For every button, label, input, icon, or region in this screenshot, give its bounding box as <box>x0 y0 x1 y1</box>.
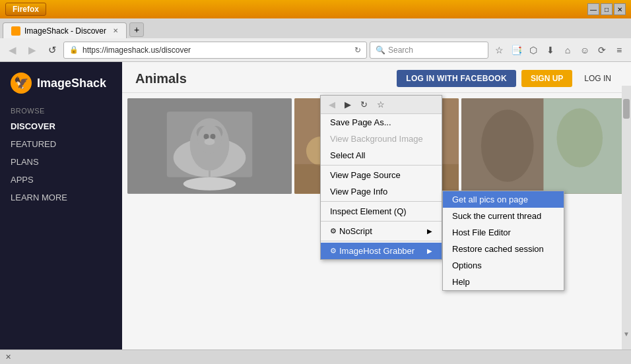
star-icon[interactable]: ☆ <box>491 42 507 58</box>
url-reload-icon[interactable]: ↻ <box>354 46 361 55</box>
submenu-options[interactable]: Options <box>443 257 564 274</box>
maximize-button[interactable]: □ <box>601 3 613 15</box>
ctx-save-page[interactable]: Save Page As... <box>321 114 442 131</box>
tab-favicon <box>11 26 20 36</box>
close-window-button[interactable]: ✕ <box>614 3 626 15</box>
scroll-down-arrow[interactable]: ▼ <box>623 330 630 338</box>
download-icon[interactable]: ⬇ <box>543 42 558 58</box>
noscript-icon: ⚙ <box>330 227 337 235</box>
sidebar-item-discover[interactable]: DISCOVER <box>0 117 122 135</box>
ctx-select-all[interactable]: Select All <box>321 147 442 164</box>
tab-title: ImageShack - Discover <box>24 26 106 36</box>
ctx-noscript[interactable]: ⚙ NoScript ▶ <box>321 223 442 239</box>
separator-3 <box>321 221 442 222</box>
submenu-host-file-editor[interactable]: Host File Editor <box>443 224 564 241</box>
separator-2 <box>321 201 442 202</box>
context-menu-nav: ◀ ▶ ↻ ☆ <box>321 96 442 114</box>
scroll-thumb[interactable] <box>623 99 630 119</box>
nav-icons-right: ☆ 📑 ⬡ ⬇ ⌂ ☺ ⟳ ≡ <box>491 42 627 58</box>
security-lock-icon: 🔒 <box>69 46 79 54</box>
ctx-imagehost-grabber[interactable]: ⚙ ImageHost Grabber ▶ <box>321 243 442 259</box>
submenu-get-pics[interactable]: Get all pics on page <box>443 191 564 208</box>
sidebar-item-plans[interactable]: PLANS <box>0 153 122 171</box>
main-layout: 🦅 ImageShack Browse DISCOVER FEATURED PL… <box>0 62 631 349</box>
ctx-view-source[interactable]: View Page Source <box>321 167 442 183</box>
scrollbar[interactable]: ▼ <box>622 86 631 349</box>
ctx-inspect-element[interactable]: Inspect Element (Q) <box>321 203 442 220</box>
submenu-help[interactable]: Help <box>443 274 564 290</box>
url-text: https://imageshack.us/discover <box>83 46 350 55</box>
search-icon: 🔍 <box>376 46 385 55</box>
imagehost-submenu: Get all pics on page Suck the current th… <box>442 191 564 291</box>
submenu-restore-session[interactable]: Restore cached session <box>443 241 564 257</box>
back-button[interactable]: ◀ <box>4 42 21 59</box>
search-bar[interactable]: 🔍 Search <box>370 42 488 59</box>
separator-1 <box>321 165 442 166</box>
context-menu: ◀ ▶ ↻ ☆ Save Page As... View Background … <box>320 95 442 260</box>
submenu-suck-thread[interactable]: Suck the current thread <box>443 208 564 224</box>
window-controls: — □ ✕ <box>587 3 626 15</box>
ctx-view-bg: View Background Image <box>321 131 442 147</box>
noscript-submenu-arrow: ▶ <box>427 228 432 235</box>
ctx-forward-button[interactable]: ▶ <box>342 98 354 111</box>
sidebar-item-learn-more[interactable]: LEARN MORE <box>0 189 122 206</box>
home-icon[interactable]: ⌂ <box>560 42 576 58</box>
pocket-icon[interactable]: ⬡ <box>525 42 541 58</box>
sidebar-item-apps[interactable]: APPS <box>0 171 122 189</box>
nav-bar: ◀ ▶ ↺ 🔒 https://imageshack.us/discover ↻… <box>0 38 631 62</box>
ctx-back-button[interactable]: ◀ <box>326 98 338 111</box>
ctx-view-info[interactable]: View Page Info <box>321 183 442 200</box>
logo-area: 🦅 ImageShack <box>0 73 122 104</box>
content-area: Animals LOG IN WITH FACEBOOK SIGN UP LOG… <box>122 62 631 349</box>
imagehost-icon: ⚙ <box>330 247 337 255</box>
imagehost-submenu-arrow: ▶ <box>427 247 432 255</box>
menu-icon[interactable]: ≡ <box>611 42 627 58</box>
status-bar: ✕ <box>0 349 631 364</box>
reload-button[interactable]: ↺ <box>44 42 61 59</box>
context-menu-overlay: ◀ ▶ ↻ ☆ Save Page As... View Background … <box>122 62 631 349</box>
brand-name: ImageShack <box>37 76 106 90</box>
tab-bar: ImageShack - Discover ✕ + <box>0 18 631 38</box>
ctx-reload-button[interactable]: ↻ <box>358 98 370 111</box>
forward-button[interactable]: ▶ <box>24 42 41 59</box>
sidebar-item-featured[interactable]: FEATURED <box>0 135 122 153</box>
emoji-icon[interactable]: ☺ <box>577 42 593 58</box>
tab-close-button[interactable]: ✕ <box>113 27 118 34</box>
firefox-menu-button[interactable]: Firefox <box>5 3 46 16</box>
title-bar: Firefox — □ ✕ <box>0 0 631 18</box>
logo-icon: 🦅 <box>11 73 32 94</box>
bookmark-manager-icon[interactable]: 📑 <box>508 42 524 58</box>
browse-label: Browse <box>0 104 122 117</box>
new-tab-button[interactable]: + <box>129 22 144 37</box>
ctx-bookmark-button[interactable]: ☆ <box>374 98 387 111</box>
active-tab[interactable]: ImageShack - Discover ✕ <box>3 22 127 38</box>
sidebar: 🦅 ImageShack Browse DISCOVER FEATURED PL… <box>0 62 122 349</box>
minimize-button[interactable]: — <box>587 3 599 15</box>
url-bar[interactable]: 🔒 https://imageshack.us/discover ↻ <box>63 42 367 59</box>
sync-icon[interactable]: ⟳ <box>594 42 610 58</box>
separator-4 <box>321 241 442 241</box>
status-close-icon[interactable]: ✕ <box>5 353 11 361</box>
search-placeholder: Search <box>388 46 413 55</box>
